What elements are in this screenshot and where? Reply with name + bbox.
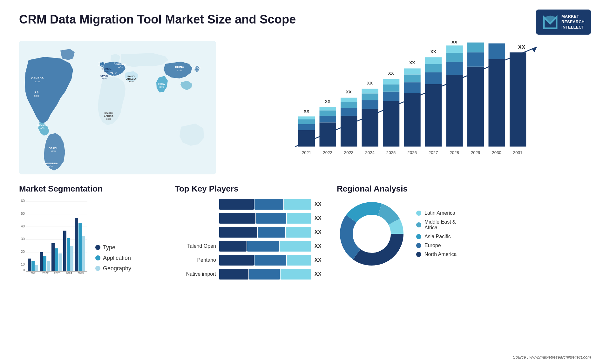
segmentation-container: Market Segmentation 60 50 40 30 20 10 0	[19, 184, 165, 283]
svg-text:2023: 2023	[54, 272, 60, 275]
svg-text:2030: 2030	[492, 150, 501, 155]
svg-rect-43	[320, 122, 336, 146]
svg-text:2022: 2022	[323, 150, 332, 155]
svg-text:2025: 2025	[386, 150, 396, 155]
svg-text:xx%: xx%	[111, 75, 115, 78]
svg-rect-75	[425, 64, 442, 72]
north-america-dot	[416, 252, 421, 257]
svg-text:xx%: xx%	[106, 118, 111, 120]
svg-text:xx%: xx%	[34, 94, 39, 97]
svg-rect-67	[404, 93, 421, 146]
bar-seg-mid	[247, 241, 279, 252]
svg-text:INDIA: INDIA	[158, 83, 165, 85]
svg-text:XX: XX	[409, 60, 415, 65]
svg-rect-45	[320, 110, 336, 116]
player-bar-pentaho	[219, 255, 311, 266]
svg-text:SOUTH: SOUTH	[104, 112, 113, 115]
svg-text:2024: 2024	[365, 150, 375, 155]
svg-rect-124	[70, 246, 73, 271]
player-val-native: XX	[315, 271, 327, 277]
svg-rect-61	[383, 101, 399, 147]
svg-text:XX: XX	[451, 41, 457, 44]
svg-rect-112	[35, 265, 38, 271]
svg-rect-86	[467, 52, 484, 67]
svg-text:60: 60	[21, 199, 25, 203]
player-row-talend: Talend Open XX	[175, 241, 327, 252]
svg-rect-111	[31, 261, 35, 271]
latin-dot	[416, 211, 421, 216]
bar-seg-light	[280, 241, 311, 252]
svg-text:40: 40	[21, 224, 25, 228]
svg-text:xx%: xx%	[129, 80, 133, 83]
svg-text:XX: XX	[430, 49, 436, 54]
svg-rect-92	[510, 52, 526, 146]
player-row-native: Native import XX	[175, 269, 327, 280]
svg-rect-76	[425, 57, 442, 64]
svg-text:XX: XX	[367, 80, 373, 85]
player-val-pentaho: XX	[315, 257, 327, 263]
page-container: CRM Data Migration Tool Market Size and …	[0, 0, 610, 364]
segmentation-title: Market Segmentation	[19, 184, 165, 194]
bar-seg-dark	[219, 213, 255, 224]
bar-seg-light	[287, 255, 311, 266]
application-dot	[95, 255, 100, 260]
svg-rect-56	[362, 100, 378, 109]
svg-rect-119	[55, 248, 58, 271]
svg-rect-127	[78, 223, 82, 271]
player-bar-3	[219, 227, 311, 238]
mea-dot	[416, 222, 421, 227]
players-title: Top Key Players	[175, 184, 327, 194]
svg-rect-110	[28, 259, 31, 271]
regional-inner: Latin America Middle East &Africa Asia P…	[337, 199, 591, 269]
reg-legend-latin: Latin America	[416, 210, 457, 216]
seg-chart-svg: 60 50 40 30 20 10 0	[19, 199, 89, 275]
bar-seg-dark	[219, 227, 257, 238]
player-label-talend: Talend Open	[175, 243, 216, 249]
svg-text:10: 10	[21, 262, 25, 266]
svg-text:XX: XX	[304, 109, 309, 114]
svg-text:xx%: xx%	[104, 70, 108, 73]
svg-rect-50	[341, 108, 357, 116]
svg-rect-38	[298, 124, 315, 130]
svg-rect-52	[341, 98, 357, 102]
reg-legend-north-america: North America	[416, 252, 457, 257]
player-val-3: XX	[315, 229, 327, 235]
bar-seg-dark	[219, 269, 248, 280]
svg-rect-57	[362, 93, 378, 100]
reg-legend-apac: Asia Pacific	[416, 234, 457, 239]
player-label-pentaho: Pentaho	[175, 257, 216, 263]
svg-text:GERMANY: GERMANY	[114, 63, 127, 66]
latin-label: Latin America	[424, 210, 455, 216]
svg-text:U.K.: U.K.	[98, 61, 103, 64]
svg-text:XX: XX	[518, 44, 525, 50]
player-bar-2	[219, 213, 311, 224]
svg-rect-58	[362, 89, 378, 93]
svg-text:0: 0	[23, 268, 25, 272]
svg-rect-82	[446, 45, 463, 53]
donut-chart	[337, 199, 407, 269]
svg-text:2029: 2029	[471, 150, 480, 155]
svg-rect-114	[40, 252, 43, 271]
player-val-2: XX	[315, 215, 327, 221]
page-title: CRM Data Migration Tool Market Size and …	[19, 13, 296, 26]
svg-rect-90	[489, 43, 505, 59]
svg-text:2025: 2025	[78, 272, 84, 275]
svg-text:CHINA: CHINA	[175, 65, 184, 69]
svg-rect-69	[404, 74, 421, 82]
bar-seg-dark	[219, 199, 254, 210]
bar-seg-light	[281, 269, 311, 280]
svg-rect-39	[298, 119, 315, 124]
north-america-label: North America	[424, 252, 457, 257]
regional-container: Regional Analysis	[337, 184, 591, 283]
header: CRM Data Migration Tool Market Size and …	[19, 10, 591, 35]
player-row-2: XX	[175, 213, 327, 224]
player-row-1: XX	[175, 199, 327, 210]
svg-text:2027: 2027	[429, 150, 438, 155]
europe-dot	[416, 243, 421, 248]
svg-text:SPAIN: SPAIN	[100, 74, 108, 77]
svg-text:2028: 2028	[450, 150, 459, 155]
legend-application-label: Application	[103, 255, 131, 261]
regional-title: Regional Analysis	[337, 184, 591, 194]
svg-rect-74	[425, 72, 442, 84]
svg-text:BRAZIL: BRAZIL	[49, 147, 58, 150]
